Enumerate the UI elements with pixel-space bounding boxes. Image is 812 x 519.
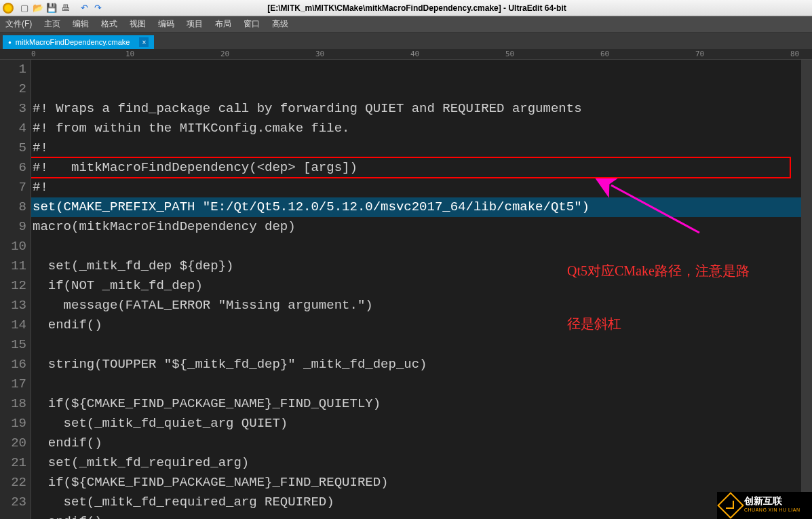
line-number-gutter: 1234567891011121314151617181920212223 (0, 60, 31, 519)
ruler-mark: 30 (315, 50, 324, 58)
tab-bar: ● mitkMacroFindDependency.cmake × (0, 33, 812, 49)
watermark-logo-icon (717, 492, 744, 519)
redo-icon[interactable]: ↷ (92, 3, 103, 14)
line-number: 15 (0, 335, 26, 355)
ruler-mark: 80 (790, 50, 799, 58)
ruler-mark: 50 (505, 50, 514, 58)
code-line[interactable]: #! Wraps a find_package call by forwardi… (31, 99, 812, 119)
code-line[interactable]: #! (31, 138, 812, 158)
watermark: 创新互联 CHUANG XIN HU LIAN (717, 492, 812, 519)
menu-advanced[interactable]: 高级 (272, 18, 288, 30)
code-line[interactable]: set(_mitk_fd_quiet_arg QUIET) (31, 414, 812, 434)
line-number: 13 (0, 296, 26, 315)
watermark-sub: CHUANG XIN HU LIAN (744, 505, 800, 515)
tab-modified-icon: ● (8, 39, 12, 45)
code-line[interactable]: if(${CMAKE_FIND_PACKAGE_NAME}_FIND_QUIET… (31, 394, 812, 414)
code-line[interactable] (31, 374, 812, 394)
ruler-mark: 40 (410, 50, 419, 58)
code-editor[interactable]: 1234567891011121314151617181920212223 #!… (0, 60, 812, 519)
line-number: 5 (0, 138, 26, 158)
code-line[interactable]: #! (31, 178, 812, 197)
code-line[interactable]: #! from within the MITKConfig.cmake file… (31, 119, 812, 138)
annotation-line2: 径是斜杠 (567, 315, 798, 332)
line-number: 7 (0, 178, 26, 197)
line-number: 12 (0, 276, 26, 296)
tab-label: mitkMacroFindDependency.cmake (16, 38, 130, 46)
menu-file[interactable]: 文件(F) (5, 18, 32, 30)
menu-format[interactable]: 格式 (101, 18, 117, 30)
line-number: 4 (0, 119, 26, 138)
menu-layout[interactable]: 布局 (215, 18, 231, 30)
open-folder-icon[interactable]: 📂 (33, 3, 43, 14)
menu-bar: 文件(F) 主页 编辑 格式 视图 编码 项目 布局 窗口 高级 (0, 16, 812, 33)
ruler-mark: 10 (125, 50, 134, 58)
line-number: 18 (0, 394, 26, 414)
new-file-icon[interactable]: ▢ (19, 3, 30, 14)
menu-home[interactable]: 主页 (44, 18, 60, 30)
annotation-text: Qt5对应CMake路径，注意是路 径是斜杠 (567, 227, 798, 368)
code-area[interactable]: #! Wraps a find_package call by forwardi… (31, 60, 812, 519)
line-number: 11 (0, 256, 26, 276)
code-line[interactable]: #! mitkMacroFindDependency(<dep> [args]) (31, 158, 812, 178)
column-ruler: 0 10 20 30 40 50 60 70 80 (0, 49, 812, 60)
vertical-scrollbar[interactable] (801, 60, 812, 519)
annotation-line1: Qt5对应CMake路径，注意是路 (567, 262, 798, 280)
title-bar: ▢ 📂 💾 🖶 ↶ ↷ [E:\MITK_m\MITK\CMake\mitkMa… (0, 0, 812, 16)
line-number: 14 (0, 315, 26, 335)
menu-edit[interactable]: 编辑 (73, 18, 89, 30)
line-number: 20 (0, 434, 26, 453)
line-number: 9 (0, 217, 26, 237)
watermark-text: 创新互联 (744, 496, 800, 505)
line-number: 17 (0, 374, 26, 394)
code-line[interactable]: set(_mitk_fd_required_arg) (31, 453, 812, 473)
line-number: 23 (0, 493, 26, 512)
print-icon[interactable]: 🖶 (60, 3, 71, 14)
code-line[interactable]: set(CMAKE_PREFIX_PATH "E:/Qt/Qt5.12.0/5.… (31, 197, 812, 217)
code-line[interactable]: set(_mitk_fd_required_arg REQUIRED) (31, 493, 812, 512)
tab-close-icon[interactable]: × (139, 37, 149, 47)
ruler-mark: 0 (31, 50, 36, 58)
ruler-mark: 70 (695, 50, 704, 58)
menu-coding[interactable]: 编码 (158, 18, 174, 30)
ruler-mark: 60 (600, 50, 609, 58)
save-icon[interactable]: 💾 (46, 3, 57, 14)
ruler-mark: 20 (220, 50, 229, 58)
app-icon (3, 3, 14, 14)
line-number: 21 (0, 453, 26, 473)
menu-project[interactable]: 项目 (187, 18, 203, 30)
quick-toolbar: ▢ 📂 💾 🖶 ↶ ↷ (19, 3, 103, 14)
file-tab[interactable]: ● mitkMacroFindDependency.cmake × (3, 35, 154, 49)
line-number: 22 (0, 473, 26, 493)
line-number: 10 (0, 237, 26, 256)
code-line[interactable]: endif() (31, 434, 812, 453)
line-number: 3 (0, 99, 26, 119)
window-title: [E:\MITK_m\MITK\CMake\mitkMacroFindDepen… (103, 3, 731, 13)
menu-view[interactable]: 视图 (130, 18, 146, 30)
undo-icon[interactable]: ↶ (79, 3, 90, 14)
line-number: 16 (0, 355, 26, 374)
line-number: 6 (0, 158, 26, 178)
code-line[interactable]: if(${CMAKE_FIND_PACKAGE_NAME}_FIND_REQUI… (31, 473, 812, 493)
line-number: 1 (0, 60, 26, 79)
line-number: 8 (0, 197, 26, 217)
line-number: 19 (0, 414, 26, 434)
menu-window[interactable]: 窗口 (244, 18, 260, 30)
code-line[interactable]: endif() (31, 512, 812, 519)
line-number: 2 (0, 79, 26, 99)
